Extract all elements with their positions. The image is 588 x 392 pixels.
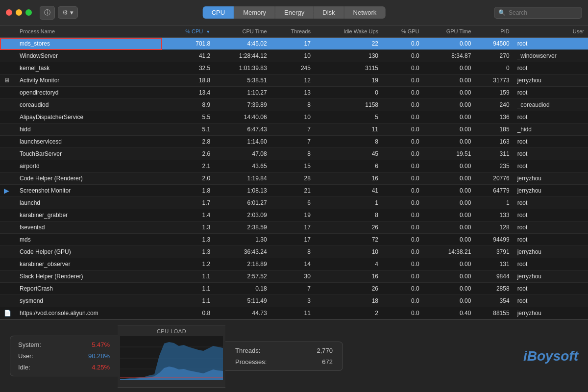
gear-button[interactable]: ⚙ ▾	[58, 6, 78, 19]
gpu-pct-cell: 0.0	[382, 234, 423, 246]
threads-cell: 245	[271, 62, 315, 74]
search-box[interactable]: 🔍	[494, 7, 582, 19]
threads-cell: 8	[271, 99, 315, 111]
system-value: 5.47%	[92, 341, 110, 348]
tab-memory[interactable]: Memory	[234, 6, 275, 19]
col-process-name[interactable]: Process Name	[0, 25, 162, 38]
gpu-time-cell: 0.00	[423, 123, 475, 136]
process-table-body: mds_stores701.84:45.0217220.00.0094500ro…	[0, 38, 588, 320]
pid-cell: 2858	[475, 283, 513, 295]
threads-cell: 7	[271, 283, 315, 295]
table-row[interactable]: fseventsd1.32:38.5917260.00.00128root	[0, 221, 588, 234]
process-name-cell: 📄https://vod.console.aliyun.com	[0, 307, 162, 319]
threads-cell: 10	[271, 111, 315, 123]
col-pid[interactable]: PID	[475, 25, 513, 38]
table-row[interactable]: Code Helper (Renderer)2.01:19.8428160.00…	[0, 172, 588, 185]
tab-disk[interactable]: Disk	[314, 6, 344, 19]
process-name-text: mds	[20, 236, 31, 243]
pid-cell: 354	[475, 295, 513, 307]
table-row[interactable]: karabiner_grabber1.42:03.091980.00.00133…	[0, 209, 588, 221]
info-button[interactable]: ⓘ	[40, 6, 55, 20]
pid-cell: 240	[475, 99, 513, 111]
maximize-button[interactable]	[25, 9, 32, 16]
col-idle-wake-ups[interactable]: Idle Wake Ups	[315, 25, 382, 38]
col-gpu-time[interactable]: GPU Time	[423, 25, 475, 38]
gpu-pct-cell: 0.0	[382, 148, 423, 160]
gpu-time-cell: 0.00	[423, 270, 475, 283]
gpu-time-cell: 0.00	[423, 111, 475, 123]
watermark-text: iBoysoft	[523, 348, 578, 364]
col-threads[interactable]: Threads	[271, 25, 315, 38]
table-row[interactable]: Code Helper (GPU)1.336:43.248100.014:38.…	[0, 246, 588, 258]
pid-cell: 88155	[475, 307, 513, 319]
threads-cell: 7	[271, 123, 315, 136]
col-gpu-pct[interactable]: % GPU	[382, 25, 423, 38]
table-row[interactable]: mds1.31.3017720.00.0094499root	[0, 234, 588, 246]
cpu-pct-cell: 5.5	[162, 111, 214, 123]
thread-stats-panel: Threads: 2,770 Processes: 672	[225, 342, 343, 371]
pid-cell: 163	[475, 136, 513, 148]
cpu-time-cell: 2:38.59	[214, 221, 270, 234]
cpu-time-cell: 36:43.24	[214, 246, 270, 258]
search-input[interactable]	[509, 9, 577, 16]
table-row[interactable]: AlipayDispatcherService5.514:40.061050.0…	[0, 111, 588, 123]
idle-value: 4.25%	[92, 364, 110, 371]
cpu-pct-cell: 1.3	[162, 246, 214, 258]
close-button[interactable]	[6, 9, 12, 16]
processes-stat-row: Processes: 672	[235, 358, 333, 366]
process-name-cell: launchservicesd	[0, 136, 162, 148]
col-cpu-pct[interactable]: % CPU ▼	[162, 25, 214, 38]
process-name-cell: AlipayDispatcherService	[0, 111, 162, 123]
threads-cell: 8	[271, 148, 315, 160]
table-row[interactable]: airportd2.143.651560.00.00235root	[0, 160, 588, 172]
cpu-time-cell: 14:40.06	[214, 111, 270, 123]
table-row[interactable]: TouchBarServer2.647.088450.019.51311root	[0, 148, 588, 160]
threads-cell: 28	[271, 172, 315, 185]
cpu-time-cell: 1.30	[214, 234, 270, 246]
table-row[interactable]: launchservicesd2.81:14.60780.00.00163roo…	[0, 136, 588, 148]
table-row[interactable]: ▶Screenshot Monitor1.81:08.1321410.00.00…	[0, 185, 588, 197]
process-name-text: Slack Helper (Renderer)	[20, 273, 83, 280]
table-row[interactable]: 📄https://vod.console.aliyun.com0.844.731…	[0, 307, 588, 319]
gpu-pct-cell: 0.0	[382, 99, 423, 111]
table-row[interactable]: karabiner_observer1.22:18.891440.00.0013…	[0, 258, 588, 270]
idle-label: Idle:	[18, 364, 30, 371]
minimize-button[interactable]	[16, 9, 22, 16]
process-name-text: launchd	[20, 199, 40, 206]
threads-cell: 30	[271, 270, 315, 283]
gpu-time-cell: 0.00	[423, 234, 475, 246]
user-cell: root	[514, 38, 588, 50]
col-user[interactable]: User	[514, 25, 588, 38]
table-row[interactable]: WindowServer41.21:28:44.12101300.08:34.8…	[0, 50, 588, 62]
tab-energy[interactable]: Energy	[275, 6, 314, 19]
gpu-time-cell: 0.00	[423, 62, 475, 74]
gpu-time-cell: 0.00	[423, 185, 475, 197]
process-name-cell: hidd	[0, 123, 162, 136]
file-icon: 📄	[4, 310, 11, 317]
tab-bar: CPU Memory Energy Disk Network	[203, 6, 386, 19]
table-row[interactable]: mds_stores701.84:45.0217220.00.0094500ro…	[0, 38, 588, 50]
table-row[interactable]: sysmond1.15:11.493180.00.00354root	[0, 295, 588, 307]
user-cell: root	[514, 87, 588, 99]
tab-cpu[interactable]: CPU	[203, 6, 234, 19]
idle-wake-cell: 10	[315, 246, 382, 258]
process-name-cell: ReportCrash	[0, 283, 162, 295]
table-row[interactable]: coreaudiod8.97:39.89811580.00.00240_core…	[0, 99, 588, 111]
table-row[interactable]: 🖥Activity Monitor18.85:38.5112190.00.003…	[0, 74, 588, 87]
user-cell: root	[514, 258, 588, 270]
table-row[interactable]: ReportCrash1.10.187260.00.002858root	[0, 283, 588, 295]
table-row[interactable]: opendirectoryd13.41:10.271300.00.00159ro…	[0, 87, 588, 99]
table-row[interactable]: hidd5.16:47.437110.00.00185_hidd	[0, 123, 588, 136]
table-row[interactable]: kernel_task32.51:01:39.8324531150.00.000…	[0, 62, 588, 74]
pid-cell: 94499	[475, 234, 513, 246]
threads-cell: 12	[271, 74, 315, 87]
table-row[interactable]: Slack Helper (Renderer)1.12:57.5230160.0…	[0, 270, 588, 283]
cpu-time-cell: 1:14.60	[214, 136, 270, 148]
tab-network[interactable]: Network	[344, 6, 386, 19]
idle-stat-row: Idle: 4.25%	[18, 364, 110, 371]
idle-wake-cell: 72	[315, 234, 382, 246]
col-cpu-time[interactable]: CPU Time	[214, 25, 270, 38]
user-cell: root	[514, 111, 588, 123]
idle-wake-cell: 8	[315, 209, 382, 221]
table-row[interactable]: launchd1.76:01.27610.00.001root	[0, 197, 588, 209]
